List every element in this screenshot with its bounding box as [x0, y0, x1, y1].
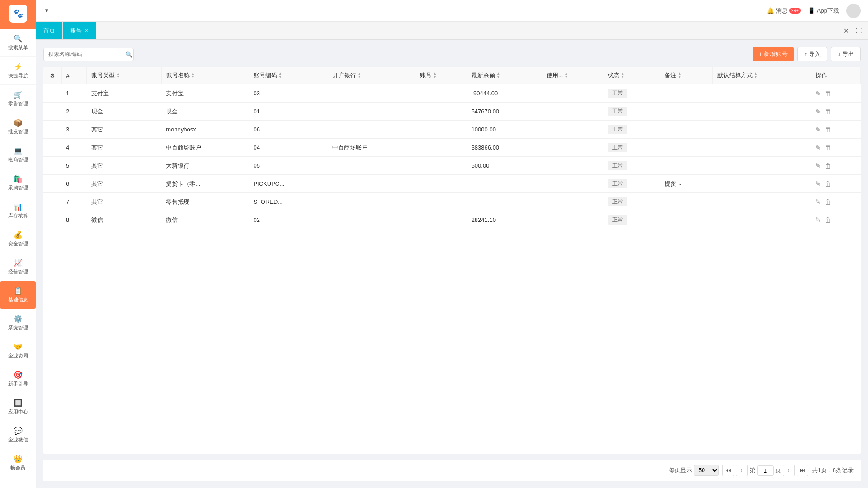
quick-nav-icon: ⚡	[14, 62, 23, 71]
edit-icon-4[interactable]: ✎	[815, 162, 821, 170]
cell-remark-1	[660, 103, 712, 121]
table-row: 1 支付宝 支付宝 03 -90444.00 正常 ✎ 🗑	[43, 84, 861, 103]
sidebar-item-guide[interactable]: 🎯新手引导	[0, 365, 36, 393]
tab-maximize-button[interactable]: ⛶	[854, 25, 864, 36]
toolbar-right: + 新增账号 ↑ 导入 ↓ 导出	[753, 47, 861, 61]
sidebar-label-basic-info: 基础信息	[8, 296, 28, 303]
col-account[interactable]: 账号 ▲▼	[415, 67, 467, 84]
delete-icon-4[interactable]: 🗑	[825, 162, 831, 169]
page-number-input[interactable]	[757, 465, 774, 476]
add-account-button[interactable]: + 新增账号	[753, 47, 794, 61]
tab-close-icon[interactable]: ✕	[85, 28, 89, 33]
cell-index-0: 1	[61, 84, 87, 103]
col-remark[interactable]: 备注 ▲▼	[660, 67, 712, 84]
breadcrumb-dropdown[interactable]: ▾	[43, 7, 48, 14]
sidebar-item-app-center[interactable]: 🔲应用中心	[0, 393, 36, 421]
cell-type-2: 其它	[87, 121, 161, 139]
sidebar-item-search-menu[interactable]: 🔍搜索菜单	[0, 29, 36, 57]
delete-icon-1[interactable]: 🗑	[825, 108, 831, 115]
col-default-payment-label: 默认结算方式	[717, 71, 753, 80]
search-button[interactable]: 🔍	[121, 48, 134, 61]
edit-icon-0[interactable]: ✎	[815, 89, 821, 98]
col-name[interactable]: 账号名称 ▲▼	[161, 67, 249, 84]
search-input[interactable]	[44, 48, 121, 60]
purchase-icon: 🛍️	[14, 174, 23, 183]
col-type[interactable]: 账号类型 ▲▼	[87, 67, 161, 84]
sidebar-item-wholesale[interactable]: 📦批发管理	[0, 113, 36, 141]
messages-button[interactable]: 🔔 消息 99+	[767, 7, 801, 15]
delete-icon-3[interactable]: 🗑	[825, 144, 831, 151]
col-code[interactable]: 账号编码 ▲▼	[249, 67, 328, 84]
sidebar-item-basic-info[interactable]: 📋基础信息	[0, 281, 36, 309]
edit-icon-5[interactable]: ✎	[815, 180, 821, 188]
finance-icon: 💰	[14, 230, 23, 239]
delete-icon-2[interactable]: 🗑	[825, 126, 831, 133]
main-area: ▾ 🔔 消息 99+ 📱 App下载 首页 账号 ✕ ✕ ⛶	[36, 0, 868, 488]
cell-account-2	[415, 121, 467, 139]
edit-icon-3[interactable]: ✎	[815, 144, 821, 152]
cell-type-6: 其它	[87, 193, 161, 211]
sort-default-payment: ▲▼	[754, 72, 758, 79]
last-page-button[interactable]: ⏭	[797, 465, 808, 476]
import-button[interactable]: ↑ 导入	[797, 47, 827, 61]
user-avatar[interactable]	[846, 4, 861, 18]
next-page-button[interactable]: ›	[783, 465, 795, 476]
status-badge-7: 正常	[608, 215, 627, 225]
prev-page-button[interactable]: ‹	[736, 465, 748, 476]
tab-close-all-button[interactable]: ✕	[841, 25, 852, 36]
col-gear[interactable]: ⚙	[43, 67, 61, 84]
tab-home-label: 首页	[43, 27, 55, 35]
cell-name-7: 微信	[161, 211, 249, 229]
table-row: 7 其它 零售抵现 STORED... 正常 ✎ 🗑	[43, 193, 861, 211]
sidebar-label-app-center: 应用中心	[8, 408, 28, 415]
sidebar-item-enterprise-wechat[interactable]: 💬企业微信	[0, 421, 36, 449]
table-row: 4 其它 中百商场账户 04 中百商场账户 383866.00 正常 ✎ 🗑	[43, 139, 861, 157]
first-page-button[interactable]: ⏮	[722, 465, 734, 476]
edit-icon-2[interactable]: ✎	[815, 126, 821, 134]
col-usage[interactable]: 使用... ▲▼	[542, 67, 603, 84]
tab-accounts[interactable]: 账号 ✕	[63, 22, 96, 39]
cell-balance-7: 28241.10	[467, 211, 542, 229]
tab-home[interactable]: 首页	[36, 22, 63, 39]
sidebar-item-retail[interactable]: 🛒零售管理	[0, 85, 36, 113]
sidebar-label-ecommerce: 电商管理	[8, 156, 28, 163]
search-box: 🔍	[43, 48, 134, 61]
cell-balance-4: 500.00	[467, 157, 542, 175]
toolbar: 🔍 + 新增账号 ↑ 导入 ↓ 导出	[43, 47, 861, 61]
per-page-dropdown[interactable]: 50 20 100	[694, 465, 719, 476]
sidebar-item-operations[interactable]: 📈经营管理	[0, 253, 36, 281]
delete-icon-6[interactable]: 🗑	[825, 198, 831, 206]
vip-icon: 👑	[14, 455, 23, 463]
cell-actions-2: ✎ 🗑	[811, 121, 860, 139]
delete-icon-0[interactable]: 🗑	[825, 89, 831, 97]
edit-icon-1[interactable]: ✎	[815, 108, 821, 116]
accounts-table: ⚙ # 账号类型 ▲▼ 账号名称 ▲▼	[43, 67, 861, 229]
col-status[interactable]: 状态 ▲▼	[603, 67, 660, 84]
per-page-label: 每页显示	[669, 466, 692, 474]
sidebar-item-purchase[interactable]: 🛍️采购管理	[0, 169, 36, 197]
col-balance[interactable]: 最新余额 ▲▼	[467, 67, 542, 84]
messages-label: 消息	[776, 7, 788, 15]
sidebar-item-finance[interactable]: 💰资金管理	[0, 225, 36, 253]
edit-icon-6[interactable]: ✎	[815, 198, 821, 206]
sidebar-item-system[interactable]: ⚙️系统管理	[0, 309, 36, 337]
cell-type-1: 现金	[87, 103, 161, 121]
sidebar-item-quick-nav[interactable]: ⚡快捷导航	[0, 57, 36, 85]
edit-icon-7[interactable]: ✎	[815, 216, 821, 224]
col-bank[interactable]: 开户银行 ▲▼	[328, 67, 415, 84]
cell-usage-3	[542, 139, 603, 157]
sidebar-item-inventory[interactable]: 📊库存核算	[0, 197, 36, 225]
cell-name-6: 零售抵现	[161, 193, 249, 211]
app-download-button[interactable]: 📱 App下载	[808, 7, 839, 15]
delete-icon-7[interactable]: 🗑	[825, 216, 831, 224]
cell-code-0: 03	[249, 84, 328, 103]
cell-balance-5	[467, 175, 542, 193]
sidebar-item-vip[interactable]: 👑畅会员	[0, 449, 36, 477]
delete-icon-5[interactable]: 🗑	[825, 180, 831, 188]
sidebar-item-ecommerce[interactable]: 💻电商管理	[0, 141, 36, 169]
app-download-label: App下载	[817, 7, 839, 15]
export-button[interactable]: ↓ 导出	[831, 47, 861, 61]
sidebar-item-agreement[interactable]: 🤝企业协同	[0, 337, 36, 365]
col-default-payment[interactable]: 默认结算方式 ▲▼	[712, 67, 811, 84]
cell-actions-6: ✎ 🗑	[811, 193, 860, 211]
